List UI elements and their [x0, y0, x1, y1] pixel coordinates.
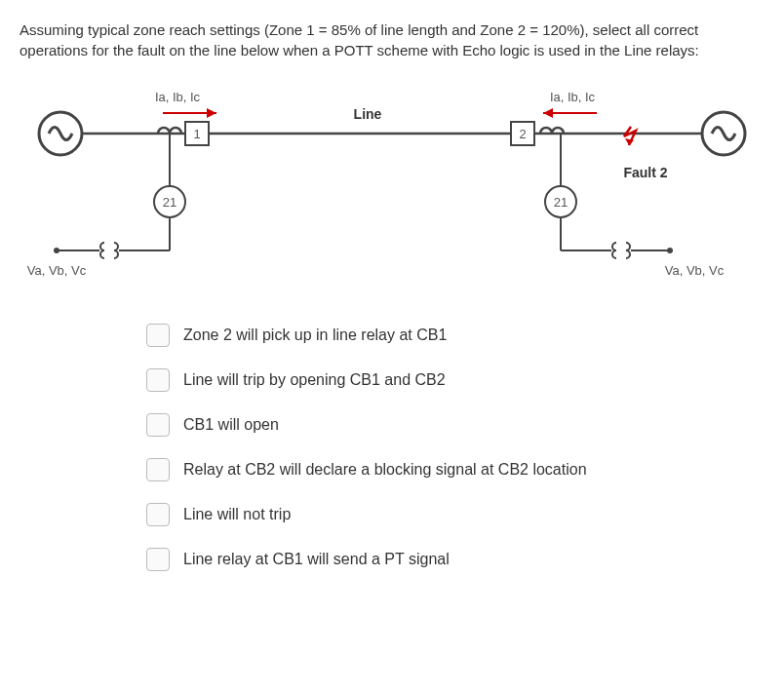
option-label: Line will trip by opening CB1 and CB2	[183, 371, 446, 389]
options-list: Zone 2 will pick up in line relay at CB1…	[146, 324, 764, 571]
sine-right-icon	[712, 128, 735, 140]
arrow-right-head	[543, 108, 553, 118]
option-row: Line will not trip	[146, 503, 764, 526]
option-label: Line relay at CB1 will send a PT signal	[183, 551, 450, 568]
pt-left-right-coil	[114, 243, 118, 258]
option-label: Line will not trip	[183, 506, 291, 523]
option-label: Zone 2 will pick up in line relay at CB1	[183, 327, 447, 344]
fault-label: Fault 2	[623, 165, 667, 180]
circuit-svg: 1 2 Line Ia, Ib, Ic Ia, Ib, Ic Fault 2 2…	[21, 80, 763, 294]
option-checkbox-5[interactable]	[146, 548, 170, 571]
option-row: Line relay at CB1 will send a PT signal	[146, 548, 764, 571]
sine-left-icon	[49, 128, 72, 140]
option-checkbox-2[interactable]	[146, 413, 170, 437]
relay-right-label: 21	[554, 195, 568, 210]
option-checkbox-1[interactable]	[146, 368, 170, 392]
circuit-diagram: 1 2 Line Ia, Ib, Ic Ia, Ib, Ic Fault 2 2…	[21, 80, 763, 294]
breaker-right-label: 2	[519, 127, 526, 141]
pt-left-dot	[54, 248, 59, 253]
option-checkbox-0[interactable]	[146, 324, 170, 347]
voltage-right-label: Va, Vb, Vc	[665, 263, 725, 278]
question-text: Assuming typical zone reach settings (Zo…	[20, 19, 764, 60]
line-label: Line	[354, 106, 382, 122]
option-checkbox-4[interactable]	[146, 503, 170, 526]
pt-right-left-coil	[612, 243, 616, 258]
pt-right-right-coil	[626, 243, 630, 258]
option-row: Zone 2 will pick up in line relay at CB1	[146, 324, 764, 347]
arrow-left-head	[207, 108, 216, 118]
relay-left-label: 21	[163, 195, 176, 210]
current-right-label: Ia, Ib, Ic	[550, 90, 596, 104]
current-left-label: Ia, Ib, Ic	[155, 90, 201, 104]
option-row: Relay at CB2 will declare a blocking sig…	[146, 458, 764, 481]
pt-left-left-coil	[100, 243, 104, 258]
voltage-left-label: Va, Vb, Vc	[27, 263, 87, 278]
option-row: Line will trip by opening CB1 and CB2	[146, 368, 764, 392]
option-checkbox-3[interactable]	[146, 458, 170, 481]
option-label: Relay at CB2 will declare a blocking sig…	[183, 461, 587, 479]
option-label: CB1 will open	[183, 416, 279, 434]
breaker-left-label: 1	[193, 127, 200, 141]
option-row: CB1 will open	[146, 413, 764, 437]
pt-right-dot	[667, 248, 673, 253]
